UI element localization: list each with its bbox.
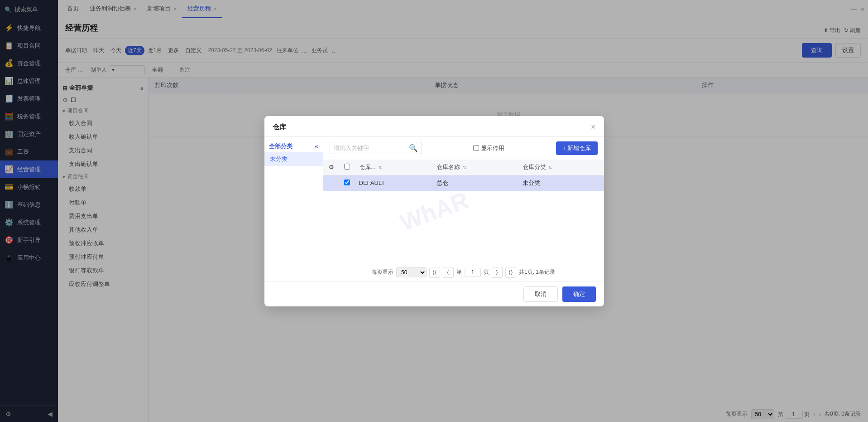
page-first-button[interactable]: ⟨⟨ — [429, 267, 440, 278]
dialog-search-icon[interactable]: 🔍 — [409, 144, 418, 152]
dialog-header: 仓库 × — [264, 116, 604, 137]
dialog-search-input[interactable] — [334, 145, 406, 151]
show-disabled-label[interactable]: 显示停用 — [473, 144, 504, 152]
dialog-overlay: WhAR 仓库 × 全部分类 « 未分类 🔍 — [0, 0, 868, 422]
show-disabled-text: 显示停用 — [481, 144, 504, 152]
page-next-button[interactable]: ⟩ — [492, 267, 503, 278]
page-last-button[interactable]: ⟩⟩ — [505, 267, 516, 278]
dialog-title: 仓库 — [273, 123, 286, 131]
col-check-header — [340, 160, 355, 175]
add-warehouse-button[interactable]: + 新增仓库 — [556, 141, 597, 155]
dialog-toolbar: 🔍 显示停用 + 新增仓库 — [323, 137, 604, 160]
dialog-pagination: 每页显示 50 10 20 100 ⟨⟨ ⟨ 第 页 ⟩ ⟩⟩ 共1页, 1条记… — [323, 263, 604, 281]
all-categories-label: 全部分类 — [269, 142, 293, 150]
cancel-button[interactable]: 取消 — [523, 286, 558, 302]
warehouse-table: ⚙ 仓库... ⇅ 仓库名称 ⇅ — [323, 160, 604, 191]
page-prev-button[interactable]: ⟨ — [443, 267, 454, 278]
col-category-header: 仓库分类 ⇅ — [518, 160, 604, 175]
page-end-label: 页 — [484, 268, 489, 276]
dialog-table: ⚙ 仓库... ⇅ 仓库名称 ⇅ — [323, 160, 604, 263]
dialog-per-page-select[interactable]: 50 10 20 100 — [396, 267, 427, 277]
dialog-body: 全部分类 « 未分类 🔍 显示停用 + 新增仓库 — [264, 137, 604, 281]
select-all-checkbox[interactable] — [344, 164, 350, 170]
page-label: 第 — [456, 268, 462, 276]
dialog-right: 🔍 显示停用 + 新增仓库 ⚙ — [323, 137, 604, 281]
row-category: 未分类 — [518, 175, 604, 191]
dialog-total: 共1页, 1条记录 — [519, 268, 555, 276]
table-row[interactable]: DEFAULT 总仓 未分类 — [323, 175, 604, 191]
dialog-collapse-icon[interactable]: « — [315, 143, 318, 150]
dialog-left-header[interactable]: 全部分类 « — [264, 141, 323, 152]
category-sort-icon[interactable]: ⇅ — [548, 165, 552, 170]
row-name: 总仓 — [432, 175, 518, 191]
col-code-header: 仓库... ⇅ — [355, 160, 432, 175]
row-check[interactable] — [340, 175, 355, 191]
dialog-search-wrap: 🔍 — [330, 142, 422, 154]
dialog-left: 全部分类 « 未分类 — [264, 137, 323, 281]
warehouse-dialog: WhAR 仓库 × 全部分类 « 未分类 🔍 — [264, 116, 604, 306]
dialog-actions: 取消 确定 — [264, 281, 604, 306]
dialog-page-input[interactable] — [465, 268, 481, 277]
dialog-close-button[interactable]: × — [591, 122, 596, 132]
confirm-button[interactable]: 确定 — [562, 286, 596, 302]
warehouse-table-header: ⚙ 仓库... ⇅ 仓库名称 ⇅ — [323, 160, 604, 175]
code-sort-icon[interactable]: ⇅ — [378, 165, 382, 170]
per-page-label: 每页显示 — [372, 268, 393, 276]
col-settings-header: ⚙ — [323, 160, 340, 175]
dialog-cat-uncategorized[interactable]: 未分类 — [264, 152, 323, 166]
show-disabled-checkbox[interactable] — [473, 145, 479, 151]
col-name-header: 仓库名称 ⇅ — [432, 160, 518, 175]
row-code: DEFAULT — [355, 175, 432, 191]
name-sort-icon[interactable]: ⇅ — [463, 165, 466, 170]
row-settings — [323, 175, 340, 191]
row-checkbox[interactable] — [344, 179, 350, 185]
